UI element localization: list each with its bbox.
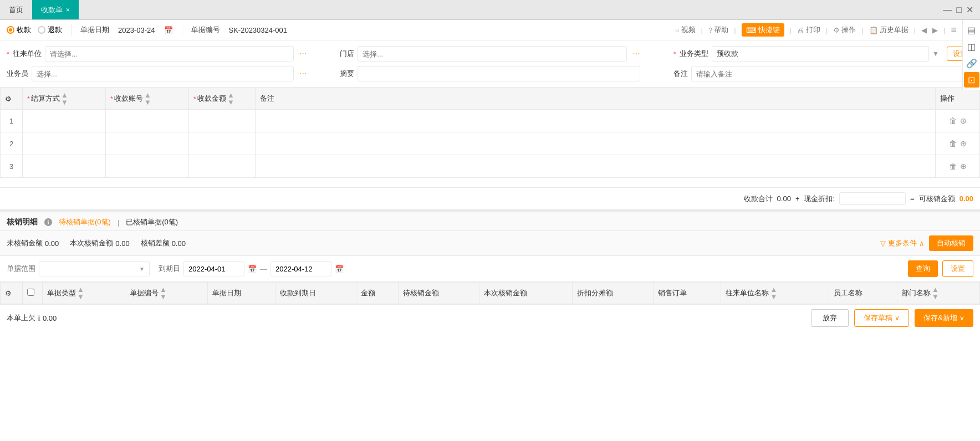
partner-input[interactable] xyxy=(45,46,294,61)
table-settings-header[interactable]: ⚙ xyxy=(1,88,23,110)
history-button[interactable]: 📋 历史单据 xyxy=(869,25,908,35)
number-label: 单据编号 xyxy=(191,25,220,35)
save-draft-button[interactable]: 保存草稿 ∨ xyxy=(854,309,909,327)
help-button[interactable]: ? 帮助 xyxy=(708,25,728,35)
print-button[interactable]: 🖨 打印 xyxy=(797,25,820,35)
row-3-settlement[interactable] xyxy=(23,155,106,178)
row-3-amount-input[interactable] xyxy=(189,155,255,177)
calendar-to-icon[interactable]: 📅 xyxy=(335,265,344,273)
verification-title: 核销明细 xyxy=(7,217,38,227)
sec-settings-header[interactable]: ⚙ xyxy=(1,283,23,304)
sec-checkbox-header[interactable] xyxy=(23,283,43,304)
table-row: 3 🗑 ⊕ xyxy=(1,155,980,178)
main-table: ⚙ * 结算方式 ▲▼ * 收款账号 ▲▼ xyxy=(0,88,980,178)
row-3-account[interactable] xyxy=(106,155,189,178)
shop-input[interactable] xyxy=(358,46,627,61)
tab-receipt[interactable]: 收款单 × xyxy=(32,0,79,19)
row-1-settlement[interactable] xyxy=(23,110,106,132)
maximize-button[interactable]: □ xyxy=(956,5,962,15)
right-panel-icon-4[interactable]: ⊡ xyxy=(964,72,979,88)
row-1-amount-input[interactable] xyxy=(189,110,255,132)
right-panel-icon-3[interactable]: 🔗 xyxy=(964,55,979,71)
sec-type-header: 单据类型 ▲▼ xyxy=(43,283,125,304)
row-2-amount-input[interactable] xyxy=(189,132,255,155)
refund-radio[interactable]: 退款 xyxy=(38,25,62,35)
row-1-account-input[interactable] xyxy=(106,110,188,132)
row-3-delete-icon[interactable]: 🗑 xyxy=(949,162,957,171)
row-1-amount[interactable] xyxy=(189,110,256,132)
sec-date-header: 单据日期 xyxy=(207,283,275,304)
next-icon[interactable]: ▶ xyxy=(932,26,938,34)
close-button[interactable]: ✕ xyxy=(966,4,973,15)
row-3-settlement-input[interactable] xyxy=(23,155,105,177)
completed-tab[interactable]: 已核销单据(0笔) xyxy=(126,217,178,227)
verification-info-icon[interactable]: ℹ xyxy=(44,218,52,226)
row-1-account[interactable] xyxy=(106,110,189,132)
discount-input[interactable] xyxy=(839,192,906,205)
per-bill-info-icon[interactable]: ℹ xyxy=(38,314,40,322)
list-icon[interactable]: ≡ xyxy=(951,24,957,36)
row-2-actions: 🗑 ⊕ xyxy=(936,132,980,155)
partner-label: 往来单位 xyxy=(13,49,42,59)
right-panel-icon-2[interactable]: ◫ xyxy=(964,39,979,54)
row-3-note[interactable] xyxy=(256,155,936,178)
tab-home[interactable]: 首页 xyxy=(0,0,32,19)
secondary-table-section: ⚙ 单据类型 ▲▼ 单据编号 xyxy=(0,282,980,304)
row-2-amount[interactable] xyxy=(189,132,256,155)
amount-col-header: * 收款金额 ▲▼ xyxy=(189,88,256,110)
minimize-button[interactable]: — xyxy=(943,5,952,15)
save-new-button[interactable]: 保存&新增 ∨ xyxy=(915,309,973,327)
more-conditions-button[interactable]: ▽ 更多条件 ∧ xyxy=(880,238,925,248)
business-type-chevron-icon[interactable]: ▼ xyxy=(932,50,939,58)
operation-button[interactable]: ⚙ 操作 xyxy=(833,25,856,35)
row-1-delete-icon[interactable]: 🗑 xyxy=(949,116,957,125)
summary-input[interactable] xyxy=(358,66,640,81)
abandon-button[interactable]: 放弃 xyxy=(811,309,849,327)
business-type-input[interactable] xyxy=(712,46,929,61)
row-1-settlement-input[interactable] xyxy=(23,110,105,132)
calendar-icon[interactable]: 📅 xyxy=(164,26,173,34)
select-all-checkbox[interactable] xyxy=(27,289,34,296)
prev-icon[interactable]: ◀ xyxy=(921,26,927,34)
pending-tab[interactable]: 待核销单据(0笔) xyxy=(59,217,111,227)
row-1-note-input[interactable] xyxy=(256,110,935,132)
receipt-radio-label: 收款 xyxy=(17,25,31,35)
uncancelled-stat: 未核销金额 0.00 xyxy=(7,238,59,248)
receipt-radio[interactable]: 收款 xyxy=(7,25,31,35)
date-value[interactable]: 2023-03-24 xyxy=(118,26,155,34)
date-from-input[interactable] xyxy=(183,261,244,276)
row-2-settlement-input[interactable] xyxy=(23,132,105,155)
summary-label: 摘要 xyxy=(340,69,354,79)
row-3-note-input[interactable] xyxy=(256,155,935,177)
row-2-settlement[interactable] xyxy=(23,132,106,155)
video-button[interactable]: ○ 视频 xyxy=(675,25,696,35)
divider-1 xyxy=(71,24,72,35)
partner-more-button[interactable]: ··· xyxy=(299,49,307,58)
row-2-account[interactable] xyxy=(106,132,189,155)
row-3-copy-icon[interactable]: ⊕ xyxy=(960,162,967,171)
row-2-note[interactable] xyxy=(256,132,936,155)
row-3-amount[interactable] xyxy=(189,155,256,178)
note-input[interactable] xyxy=(691,66,973,81)
calendar-from-icon[interactable]: 📅 xyxy=(248,265,257,273)
staff-input[interactable] xyxy=(32,66,294,81)
table-settings-icon[interactable]: ⚙ xyxy=(5,95,12,103)
staff-more-button[interactable]: ··· xyxy=(299,69,307,78)
row-1-copy-icon[interactable]: ⊕ xyxy=(960,116,967,125)
range-select[interactable]: ▼ xyxy=(39,261,150,276)
auto-cancel-button[interactable]: 自动核销 xyxy=(929,235,973,251)
right-panel-icon-1[interactable]: ▤ xyxy=(964,22,979,38)
row-2-copy-icon[interactable]: ⊕ xyxy=(960,139,967,148)
shop-more-button[interactable]: ··· xyxy=(632,49,640,58)
query-button[interactable]: 查询 xyxy=(908,260,938,277)
row-2-account-input[interactable] xyxy=(106,132,188,155)
row-3-account-input[interactable] xyxy=(106,155,188,177)
row-2-note-input[interactable] xyxy=(256,132,935,155)
filter-settings-button[interactable]: 设置 xyxy=(942,260,973,277)
tab-receipt-close[interactable]: × xyxy=(66,6,70,14)
help-icon: ? xyxy=(708,26,712,34)
row-2-delete-icon[interactable]: 🗑 xyxy=(949,139,957,148)
date-to-input[interactable] xyxy=(270,261,331,276)
shortcut-button[interactable]: ⌨ 快捷键 xyxy=(742,23,784,37)
row-1-note[interactable] xyxy=(256,110,936,132)
